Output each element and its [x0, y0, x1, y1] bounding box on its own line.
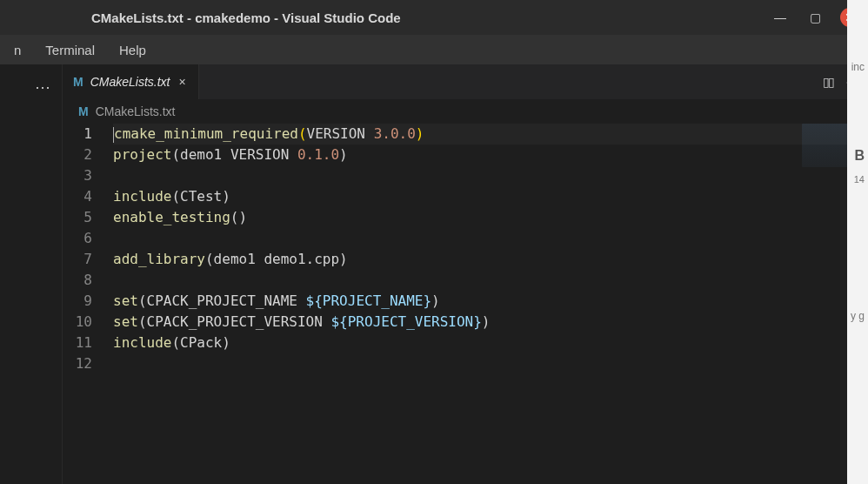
- code-token: CPACK_PROJECT_NAME: [147, 292, 306, 309]
- code-line[interactable]: include(CTest): [113, 186, 868, 207]
- code-token: include: [113, 334, 171, 351]
- code-token: ): [339, 146, 348, 163]
- code-token: (: [171, 188, 180, 205]
- line-number: 12: [63, 353, 92, 374]
- code-token: ${PROJECT_VERSION}: [331, 313, 481, 330]
- code-line[interactable]: [113, 165, 868, 186]
- line-number: 5: [63, 207, 92, 228]
- line-number: 9: [63, 291, 92, 312]
- menu-item-terminal[interactable]: Terminal: [35, 39, 105, 61]
- code-token: CPack: [180, 334, 222, 351]
- sidebar-stub: ⋯: [0, 64, 63, 484]
- code-line[interactable]: enable_testing(): [113, 207, 868, 228]
- window-title: CMakeLists.txt - cmakedemo - Visual Stud…: [91, 10, 401, 25]
- code-token: 0.1.0: [297, 146, 339, 163]
- code-token: (: [138, 313, 147, 330]
- code-content[interactable]: cmake_minimum_required(VERSION 3.0.0)pro…: [113, 124, 868, 484]
- editor-area: M CMakeLists.txt × ▯▯ ⋯ M CMakeLists.txt…: [63, 64, 868, 484]
- code-token: CPACK_PROJECT_VERSION: [147, 313, 331, 330]
- line-number: 1: [63, 124, 92, 145]
- code-line[interactable]: include(CPack): [113, 333, 868, 353]
- minimize-button[interactable]: —: [771, 8, 790, 27]
- background-window-fragment: inc B 14 y g: [847, 0, 868, 484]
- code-line[interactable]: [113, 228, 868, 249]
- code-token: ): [416, 125, 424, 142]
- code-token: enable_testing: [113, 209, 230, 225]
- fragment-text: inc: [851, 61, 865, 73]
- code-token: set: [113, 292, 138, 309]
- main-area: ⋯ M CMakeLists.txt × ▯▯ ⋯ M CMakeLists.t…: [0, 64, 868, 484]
- line-number: 4: [63, 186, 92, 207]
- code-line[interactable]: cmake_minimum_required(VERSION 3.0.0): [113, 124, 868, 145]
- line-number: 11: [63, 333, 92, 353]
- code-token: demo1 VERSION: [180, 146, 297, 163]
- code-token: (): [230, 209, 247, 225]
- code-token: ${PROJECT_NAME}: [306, 292, 432, 309]
- code-line[interactable]: set(CPACK_PROJECT_VERSION ${PROJECT_VERS…: [113, 312, 868, 333]
- code-token: 3.0.0: [374, 125, 416, 142]
- code-token: ): [222, 188, 230, 205]
- code-token: (: [171, 146, 180, 163]
- code-token: ): [431, 292, 440, 309]
- line-number: 8: [63, 270, 92, 291]
- line-number: 3: [63, 165, 92, 186]
- code-token: include: [113, 188, 171, 205]
- code-token: (: [171, 334, 180, 351]
- title-bar: CMakeLists.txt - cmakedemo - Visual Stud…: [0, 0, 868, 35]
- tab-label: CMakeLists.txt: [90, 75, 170, 89]
- cmake-file-icon: M: [78, 104, 89, 118]
- code-line[interactable]: project(demo1 VERSION 0.1.0): [113, 145, 868, 165]
- fragment-text: B: [854, 148, 865, 164]
- line-number: 2: [63, 145, 92, 165]
- code-token: VERSION: [307, 125, 374, 142]
- maximize-button[interactable]: ▢: [805, 8, 825, 27]
- menu-item-help[interactable]: Help: [109, 39, 157, 61]
- code-token: CTest: [180, 188, 222, 205]
- tab-close-icon[interactable]: ×: [177, 73, 187, 91]
- fragment-text: y g: [851, 310, 865, 322]
- code-token: set: [113, 313, 138, 330]
- code-line[interactable]: [113, 353, 868, 374]
- split-editor-icon[interactable]: ▯▯: [823, 75, 833, 89]
- line-number: 6: [63, 228, 92, 249]
- code-token: demo1 demo1.cpp: [214, 251, 340, 267]
- code-line[interactable]: [113, 270, 868, 291]
- breadcrumb[interactable]: M CMakeLists.txt: [63, 99, 868, 124]
- code-token: ): [222, 334, 230, 351]
- window-controls: — ▢ ✕: [771, 8, 859, 27]
- code-token: (: [298, 125, 307, 142]
- tab-bar: M CMakeLists.txt × ▯▯ ⋯: [63, 64, 868, 99]
- code-editor[interactable]: 123456789101112 cmake_minimum_required(V…: [63, 124, 868, 484]
- code-token: ): [482, 313, 491, 330]
- line-number-gutter: 123456789101112: [63, 124, 113, 484]
- line-number: 7: [63, 249, 92, 270]
- line-number: 10: [63, 312, 92, 333]
- code-token: cmake_minimum_required: [114, 125, 298, 142]
- more-actions-button[interactable]: ⋯: [30, 75, 55, 99]
- fragment-text: 14: [854, 174, 865, 185]
- code-line[interactable]: set(CPACK_PROJECT_NAME ${PROJECT_NAME}): [113, 291, 868, 312]
- cmake-file-icon: M: [73, 75, 83, 89]
- menu-item-run-fragment[interactable]: n: [3, 39, 31, 61]
- code-token: (: [138, 292, 147, 309]
- menu-bar: n Terminal Help: [0, 35, 868, 64]
- code-token: ): [339, 251, 348, 267]
- code-token: add_library: [113, 251, 205, 267]
- breadcrumb-filename: CMakeLists.txt: [96, 104, 176, 118]
- code-token: (: [205, 251, 214, 267]
- code-line[interactable]: add_library(demo1 demo1.cpp): [113, 249, 868, 270]
- tab-cmakelists[interactable]: M CMakeLists.txt ×: [63, 64, 199, 99]
- code-token: project: [113, 146, 171, 163]
